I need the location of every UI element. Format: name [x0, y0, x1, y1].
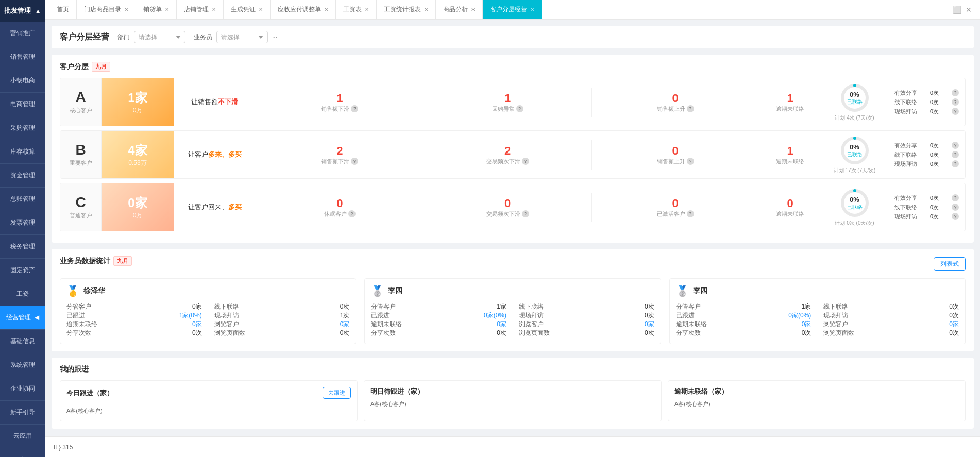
stat-val-link[interactable]: 0家 — [645, 320, 654, 329]
go-followup-button[interactable]: 去跟进 — [323, 387, 351, 399]
stat-cell-c-1[interactable]: 0 交易频次下滑 ? — [424, 193, 592, 222]
tab-close-icon[interactable]: ✕ — [324, 7, 328, 12]
tier-right-stats-b: 有效分享 0次 ? 线下联络 0次 ? 现场拜访 0次 ? — [888, 131, 965, 178]
tab-close-icon[interactable]: ✕ — [259, 7, 263, 12]
sidebar-item-finance[interactable]: 资金管理 — [0, 164, 45, 188]
stat-val-link[interactable]: 0家 — [340, 320, 350, 329]
stat-val-link[interactable]: 0家(0%) — [484, 311, 506, 320]
sidebar-item-label: 库存核算 — [10, 148, 35, 155]
tier-count-number-b: 4家 — [128, 142, 147, 159]
tier-count-b[interactable]: 4家 0.53万 — [102, 131, 174, 178]
stat-cell-a-0[interactable]: 1 销售额下滑 ? — [256, 88, 424, 117]
stat-cell-a-1[interactable]: 1 回购异常 ? — [424, 88, 592, 117]
sidebar-item-ecommerce-small[interactable]: 小畅电商 — [0, 69, 45, 93]
stat-cell-b-1[interactable]: 2 交易频次下滑 ? — [424, 140, 592, 170]
info-icon[interactable]: ? — [522, 210, 529, 217]
sidebar-item-tax[interactable]: 税务管理 — [0, 235, 45, 259]
tier-sales-c: 0万 — [133, 211, 143, 220]
info-icon[interactable]: ? — [952, 98, 959, 106]
tab-adjustment[interactable]: 应收应付调整单 ✕ — [271, 0, 336, 20]
staff-select[interactable]: 请选择 — [216, 31, 268, 43]
tab-home[interactable]: 首页 — [49, 0, 77, 20]
info-icon[interactable]: ? — [522, 158, 529, 165]
sidebar-item-inventory[interactable]: 库存核算 — [0, 140, 45, 164]
right-stat-label: 线下联络 — [894, 98, 917, 106]
tier-stats-c: 0 休眠客户 ? 0 交易频次下滑 ? 0 — [256, 183, 759, 231]
sidebar-item-invoice[interactable]: 发票管理 — [0, 211, 45, 235]
sidebar-item-guide[interactable]: 新手引导 — [0, 401, 45, 425]
tab-product-analysis[interactable]: 商品分析 ✕ — [436, 0, 483, 20]
tab-close-icon[interactable]: ✕ — [365, 7, 369, 12]
tab-customer-tier[interactable]: 客户分层经营 ✕ — [483, 0, 542, 20]
tab-close-icon[interactable]: ✕ — [530, 7, 534, 12]
sidebar-item-marketing[interactable]: 营销推广 — [0, 22, 45, 45]
tab-close-icon[interactable]: ✕ — [471, 7, 475, 12]
staff-stat-row: 已跟进 0家(0%) — [676, 311, 812, 320]
stat-cell-c-2[interactable]: 0 已激活客户 ? — [592, 193, 759, 222]
sidebar-item-system[interactable]: 系统管理 — [0, 353, 45, 377]
tab-close-icon[interactable]: ✕ — [165, 7, 169, 12]
tab-label: 店铺管理 — [184, 5, 209, 14]
tab-store-products[interactable]: 门店商品目录 ✕ — [77, 0, 136, 20]
more-filters-icon[interactable]: ··· — [272, 33, 277, 41]
sidebar-item-basic[interactable]: 基础信息 — [0, 330, 45, 353]
sidebar-item-cloud[interactable]: 云应用 — [0, 425, 45, 448]
info-icon[interactable]: ? — [351, 105, 358, 112]
tab-close-icon[interactable]: ✕ — [124, 7, 128, 12]
tab-close-icon[interactable]: ✕ — [424, 7, 428, 12]
info-icon[interactable]: ? — [687, 210, 694, 217]
followup-sublabel-1: A客(核心客户) — [370, 400, 655, 408]
tab-close-icon[interactable]: ✕ — [212, 7, 216, 12]
stat-cell-c-0[interactable]: 0 休眠客户 ? — [256, 193, 424, 222]
info-icon[interactable]: ? — [348, 210, 356, 217]
info-icon[interactable]: ? — [687, 158, 694, 165]
stat-val-link[interactable]: 0家(0%) — [788, 311, 811, 320]
tab-payroll[interactable]: 工资表 ✕ — [336, 0, 377, 20]
stat-val-link[interactable]: 0家 — [802, 320, 812, 329]
stat-val-link[interactable]: 0家 — [192, 320, 202, 329]
info-icon[interactable]: ? — [516, 105, 523, 112]
right-stat-visit-b: 现场拜访 0次 ? — [894, 160, 959, 168]
info-icon[interactable]: ? — [952, 194, 959, 201]
tier-stats-b: 2 销售额下滑 ? 2 交易频次下滑 ? 0 — [256, 131, 759, 178]
tab-maximize-icon[interactable]: ⬜ — [953, 6, 961, 14]
sidebar-header[interactable]: 批发管理 ▲ — [0, 0, 45, 22]
info-icon[interactable]: ? — [952, 151, 959, 158]
list-view-button[interactable]: 列表式 — [934, 257, 966, 271]
sidebar-settings[interactable]: ⚙ — [0, 448, 45, 457]
tab-payroll-report[interactable]: 工资统计报表 ✕ — [377, 0, 436, 20]
stat-val-link[interactable]: 1家(0%) — [179, 311, 202, 320]
sidebar-item-assets[interactable]: 固定资产 — [0, 259, 45, 282]
info-icon[interactable]: ? — [952, 108, 959, 115]
stat-val-link[interactable]: 0家 — [497, 320, 506, 329]
sidebar-collapse-icon[interactable]: ▲ — [35, 7, 41, 15]
sidebar-item-ledger[interactable]: 总账管理 — [0, 188, 45, 211]
info-icon[interactable]: ? — [952, 142, 959, 149]
sidebar-item-payroll[interactable]: 工资 — [0, 282, 45, 306]
sidebar-item-sales[interactable]: 销售管理 — [0, 45, 45, 69]
sidebar-item-collab[interactable]: 企业协同 — [0, 377, 45, 401]
tab-sales-order[interactable]: 销货单 ✕ — [136, 0, 177, 20]
stat-cell-b-2[interactable]: 0 销售额上升 ? — [592, 140, 759, 170]
tab-voucher[interactable]: 生成凭证 ✕ — [224, 0, 271, 20]
tier-count-a[interactable]: 1家 0万 — [102, 78, 174, 126]
sidebar-item-management[interactable]: 经营管理 ◀ — [0, 306, 45, 330]
stat-cell-a-2[interactable]: 0 销售额上升 ? — [592, 88, 759, 117]
sidebar-item-procurement[interactable]: 采购管理 — [0, 116, 45, 140]
staff-stat-row: 逾期未联络 0家 — [66, 320, 202, 329]
info-icon[interactable]: ? — [952, 213, 959, 220]
stat-val-link[interactable]: 0家 — [949, 320, 959, 329]
info-icon[interactable]: ? — [952, 160, 959, 167]
info-icon[interactable]: ? — [351, 158, 358, 165]
info-icon[interactable]: ? — [687, 105, 694, 112]
stat-cell-b-0[interactable]: 2 销售额下滑 ? — [256, 140, 424, 170]
info-icon[interactable]: ? — [952, 204, 959, 211]
tab-store-mgmt[interactable]: 店铺管理 ✕ — [177, 0, 224, 20]
sidebar-item-ecommerce[interactable]: 电商管理 — [0, 93, 45, 116]
stat-val: 1家 — [497, 302, 506, 311]
tier-count-c[interactable]: 0家 0万 — [102, 183, 174, 231]
dept-select[interactable]: 请选择 — [134, 31, 185, 43]
tab-close-all-icon[interactable]: ✕ — [966, 6, 972, 14]
right-stat-offline-a: 线下联络 0次 ? — [894, 98, 959, 106]
info-icon[interactable]: ? — [952, 89, 959, 96]
